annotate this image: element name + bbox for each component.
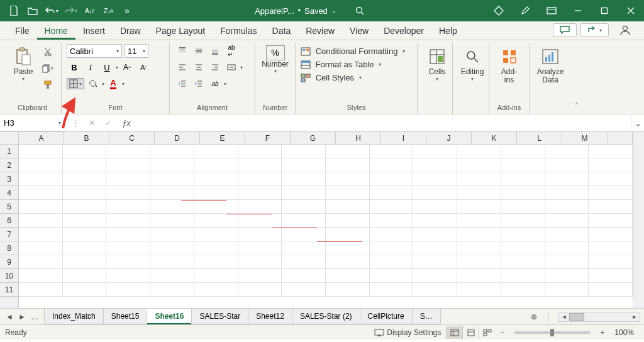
cell[interactable] [545, 228, 589, 241]
cell-styles-button[interactable]: Cell Styles ▾ [301, 73, 362, 82]
cell[interactable] [457, 158, 501, 172]
account-icon[interactable] [613, 23, 638, 37]
cell[interactable] [106, 214, 150, 228]
wrap-text-icon[interactable]: ab↵ [224, 44, 239, 58]
cell[interactable] [326, 172, 370, 186]
cell[interactable] [370, 145, 414, 158]
cell[interactable] [150, 172, 194, 186]
cell[interactable] [413, 200, 457, 214]
row-header[interactable]: 3 [0, 172, 18, 186]
page-break-view-button[interactable] [479, 326, 495, 339]
sheet-tab[interactable]: Sheet15 [103, 309, 148, 324]
cell[interactable] [370, 283, 414, 297]
cell[interactable] [457, 172, 501, 186]
cell[interactable] [63, 200, 107, 214]
cell[interactable] [238, 283, 282, 297]
cell[interactable] [413, 145, 457, 158]
column-header[interactable]: K [472, 132, 517, 144]
cell[interactable] [19, 241, 63, 255]
cell[interactable] [370, 269, 414, 283]
new-file-icon[interactable] [5, 3, 23, 19]
cell[interactable] [194, 283, 238, 297]
cell[interactable] [501, 255, 545, 269]
cell[interactable] [413, 255, 457, 269]
column-header[interactable]: F [245, 132, 291, 144]
cell[interactable] [457, 241, 501, 255]
cell[interactable] [501, 241, 545, 255]
zoom-slider-thumb[interactable] [550, 329, 554, 336]
cell[interactable] [194, 255, 238, 269]
sort-asc-icon[interactable]: A↓Z [80, 3, 98, 19]
cell[interactable] [150, 200, 194, 214]
sheet-tab[interactable]: SALES-Star (2) [292, 309, 360, 324]
cell[interactable] [282, 200, 326, 214]
cell[interactable] [194, 214, 238, 228]
sheet-tab[interactable]: Sheet16 [147, 309, 192, 324]
align-right-icon[interactable] [208, 60, 223, 74]
sheet-tab[interactable]: SALES-Star [191, 309, 248, 324]
cell[interactable] [19, 228, 63, 241]
cell[interactable] [589, 200, 633, 214]
font-name-selector[interactable]: Calibri▾ [67, 44, 122, 58]
save-status[interactable]: Saved [304, 6, 328, 16]
cell[interactable] [545, 172, 589, 186]
column-header[interactable]: E [200, 132, 245, 144]
select-all-corner[interactable] [0, 132, 19, 145]
cell[interactable] [589, 214, 633, 228]
row-header[interactable]: 10 [0, 269, 18, 283]
cut-icon[interactable] [40, 45, 55, 59]
cell[interactable] [238, 172, 282, 186]
cell[interactable] [282, 158, 326, 172]
cell[interactable] [194, 228, 238, 241]
cell[interactable] [150, 228, 194, 241]
cell[interactable] [370, 228, 414, 241]
cell[interactable] [545, 186, 589, 200]
cell[interactable] [545, 255, 589, 269]
cell[interactable] [63, 269, 107, 283]
zoom-level[interactable]: 100% [609, 328, 639, 337]
tab-review[interactable]: Review [298, 22, 342, 40]
cell[interactable] [326, 269, 370, 283]
cell[interactable] [545, 158, 589, 172]
cell[interactable] [326, 228, 370, 241]
font-color-button[interactable]: A [106, 77, 121, 91]
cell[interactable] [282, 172, 326, 186]
sheet-nav-next-icon[interactable]: ► [16, 312, 28, 321]
cell[interactable] [238, 269, 282, 283]
row-header[interactable]: 5 [0, 200, 18, 214]
cell[interactable] [457, 255, 501, 269]
redo-icon[interactable]: ▾ [62, 3, 79, 19]
cell[interactable] [326, 255, 370, 269]
cell[interactable] [238, 214, 282, 228]
column-header[interactable] [608, 132, 633, 144]
tab-insert[interactable]: Insert [75, 22, 113, 40]
expand-formula-bar-icon[interactable]: ⌄ [631, 114, 644, 131]
align-left-icon[interactable] [175, 60, 190, 74]
row-header[interactable]: 11 [0, 283, 18, 297]
cell[interactable] [501, 200, 545, 214]
cell[interactable] [106, 241, 150, 255]
column-header[interactable]: J [426, 132, 472, 144]
cell[interactable] [194, 241, 238, 255]
share-button[interactable]: ▾ [580, 23, 609, 37]
cell[interactable] [150, 241, 194, 255]
save-status-chevron-icon[interactable]: ⌄ [331, 8, 336, 14]
cell[interactable] [63, 214, 107, 228]
cell[interactable] [282, 228, 326, 241]
cell[interactable] [106, 172, 150, 186]
align-middle-icon[interactable] [191, 44, 206, 58]
cell[interactable] [150, 214, 194, 228]
tab-help[interactable]: Help [431, 22, 465, 40]
pen-icon[interactable] [512, 0, 538, 21]
cell[interactable] [545, 241, 589, 255]
decrease-indent-icon[interactable] [175, 77, 190, 91]
hscroll-thumb[interactable] [569, 313, 584, 321]
row-header[interactable]: 4 [0, 186, 18, 200]
merge-dropdown-icon[interactable]: ▾ [240, 65, 243, 70]
zoom-slider[interactable] [514, 331, 590, 334]
sheet-nav-more-icon[interactable]: … [29, 312, 40, 321]
cell[interactable] [370, 172, 414, 186]
cell[interactable] [194, 186, 238, 200]
merge-center-icon[interactable] [224, 60, 239, 74]
bold-button[interactable]: B [67, 60, 82, 74]
